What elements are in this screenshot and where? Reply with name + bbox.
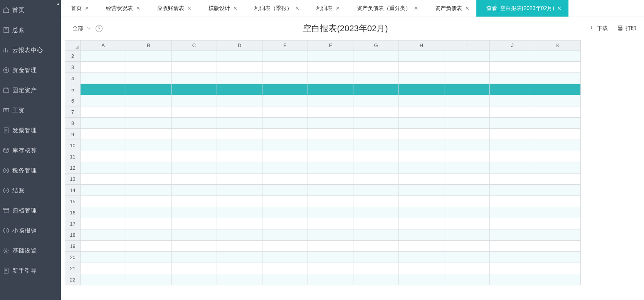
- close-icon[interactable]: ✕: [85, 5, 89, 11]
- cell-I18[interactable]: [444, 229, 490, 241]
- tab-4[interactable]: 利润表（季报）✕: [244, 0, 306, 17]
- cell-G14[interactable]: [353, 185, 399, 196]
- cell-F19[interactable]: [308, 241, 353, 252]
- help-icon[interactable]: ?: [96, 25, 103, 32]
- cell-G20[interactable]: [353, 252, 399, 263]
- cell-E2[interactable]: [262, 51, 308, 62]
- cell-G12[interactable]: [353, 162, 399, 174]
- cell-B13[interactable]: [126, 174, 172, 185]
- cell-E9[interactable]: [262, 129, 308, 140]
- cell-G15[interactable]: [353, 196, 399, 207]
- cell-J6[interactable]: [490, 95, 535, 106]
- tab-0[interactable]: 首页✕: [61, 0, 96, 17]
- cell-F4[interactable]: [308, 73, 353, 84]
- cell-J18[interactable]: [490, 229, 535, 241]
- cell-E11[interactable]: [262, 151, 308, 162]
- cell-K19[interactable]: [535, 241, 581, 252]
- cell-E10[interactable]: [262, 140, 308, 151]
- col-header-C[interactable]: C: [172, 40, 217, 51]
- cell-D9[interactable]: [217, 129, 262, 140]
- cell-G3[interactable]: [353, 62, 399, 73]
- sidebar-item-settings[interactable]: 基础设置: [0, 241, 61, 261]
- cell-C8[interactable]: [172, 118, 217, 129]
- cell-J16[interactable]: [490, 207, 535, 218]
- cell-J15[interactable]: [490, 196, 535, 207]
- cell-E14[interactable]: [262, 185, 308, 196]
- cell-J14[interactable]: [490, 185, 535, 196]
- cell-H10[interactable]: [399, 140, 444, 151]
- cell-I9[interactable]: [444, 129, 490, 140]
- cell-C16[interactable]: [172, 207, 217, 218]
- cell-C10[interactable]: [172, 140, 217, 151]
- cell-J8[interactable]: [490, 118, 535, 129]
- cell-E7[interactable]: [262, 106, 308, 118]
- cell-B7[interactable]: [126, 106, 172, 118]
- cell-E8[interactable]: [262, 118, 308, 129]
- cell-H4[interactable]: [399, 73, 444, 84]
- cell-A10[interactable]: [81, 140, 126, 151]
- cell-E16[interactable]: [262, 207, 308, 218]
- cell-I17[interactable]: [444, 218, 490, 229]
- cell-H11[interactable]: [399, 151, 444, 162]
- cell-J12[interactable]: [490, 162, 535, 174]
- cell-A15[interactable]: [81, 196, 126, 207]
- cell-A14[interactable]: [81, 185, 126, 196]
- cell-E3[interactable]: [262, 62, 308, 73]
- cell-G16[interactable]: [353, 207, 399, 218]
- close-icon[interactable]: ✕: [465, 5, 469, 11]
- cell-B3[interactable]: [126, 62, 172, 73]
- cell-G6[interactable]: [353, 95, 399, 106]
- cell-K7[interactable]: [535, 106, 581, 118]
- cell-B6[interactable]: [126, 95, 172, 106]
- cell-E20[interactable]: [262, 252, 308, 263]
- row-header-2[interactable]: 2: [65, 51, 81, 62]
- cell-I2[interactable]: [444, 51, 490, 62]
- close-icon[interactable]: ✕: [187, 5, 192, 11]
- cell-A3[interactable]: [81, 62, 126, 73]
- row-header-10[interactable]: 10: [65, 140, 81, 151]
- cell-C22[interactable]: [172, 274, 217, 285]
- cell-C11[interactable]: [172, 151, 217, 162]
- cell-H13[interactable]: [399, 174, 444, 185]
- cell-D8[interactable]: [217, 118, 262, 129]
- cell-A21[interactable]: [81, 263, 126, 274]
- row-header-16[interactable]: 16: [65, 207, 81, 218]
- cell-D12[interactable]: [217, 162, 262, 174]
- cell-F9[interactable]: [308, 129, 353, 140]
- cell-G2[interactable]: [353, 51, 399, 62]
- col-header-G[interactable]: G: [353, 40, 399, 51]
- cell-C7[interactable]: [172, 106, 217, 118]
- col-header-A[interactable]: A: [81, 40, 126, 51]
- cell-E17[interactable]: [262, 218, 308, 229]
- select-all-cell[interactable]: [65, 40, 81, 51]
- cell-A13[interactable]: [81, 174, 126, 185]
- col-header-I[interactable]: I: [444, 40, 490, 51]
- cell-J5[interactable]: [490, 84, 535, 95]
- cell-C20[interactable]: [172, 252, 217, 263]
- cell-I4[interactable]: [444, 73, 490, 84]
- cell-J17[interactable]: [490, 218, 535, 229]
- cell-J11[interactable]: [490, 151, 535, 162]
- sidebar-item-close-period[interactable]: 结账: [0, 180, 61, 201]
- sidebar-item-home[interactable]: 首页: [0, 0, 61, 20]
- cell-K16[interactable]: [535, 207, 581, 218]
- cell-H7[interactable]: [399, 106, 444, 118]
- close-icon[interactable]: ✕: [557, 5, 562, 11]
- cell-J3[interactable]: [490, 62, 535, 73]
- cell-D19[interactable]: [217, 241, 262, 252]
- cell-J9[interactable]: [490, 129, 535, 140]
- row-header-18[interactable]: 18: [65, 229, 81, 241]
- cell-G17[interactable]: [353, 218, 399, 229]
- cell-G9[interactable]: [353, 129, 399, 140]
- cell-K6[interactable]: [535, 95, 581, 106]
- cell-C21[interactable]: [172, 263, 217, 274]
- cell-C5[interactable]: [172, 84, 217, 95]
- cell-D3[interactable]: [217, 62, 262, 73]
- cell-A2[interactable]: [81, 51, 126, 62]
- cell-I8[interactable]: [444, 118, 490, 129]
- cell-C4[interactable]: [172, 73, 217, 84]
- cell-I20[interactable]: [444, 252, 490, 263]
- cell-C9[interactable]: [172, 129, 217, 140]
- col-header-E[interactable]: E: [262, 40, 308, 51]
- cell-E13[interactable]: [262, 174, 308, 185]
